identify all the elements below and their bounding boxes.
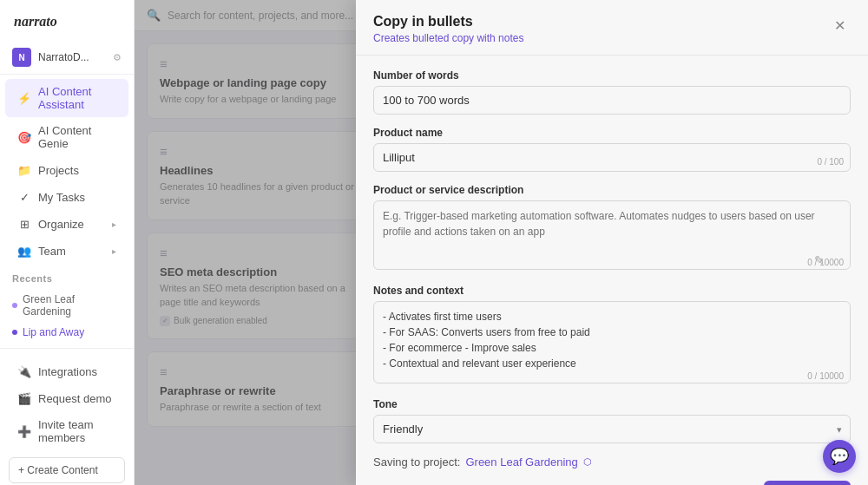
- modal-body: Number of words Product name 0 / 100 Pro…: [356, 56, 868, 485]
- product-name-char-count: 0 / 100: [817, 157, 844, 167]
- sidebar-item-ai-content-assistant[interactable]: ⚡ AI Content Assistant: [5, 79, 128, 117]
- edit-icon[interactable]: ✎: [814, 253, 825, 267]
- organize-expand-icon: ▸: [112, 220, 116, 229]
- sidebar-item-projects[interactable]: 📁 Projects: [5, 157, 128, 183]
- sidebar-item-my-tasks[interactable]: ✓ My Tasks: [5, 184, 128, 210]
- generate-button[interactable]: Generate: [764, 481, 851, 485]
- recents-label: Recents: [0, 265, 134, 287]
- create-content-button[interactable]: + Create Content: [9, 457, 125, 483]
- ai-genie-icon: 🎯: [17, 130, 31, 144]
- product-desc-char-count: 0 / 10000: [807, 258, 844, 267]
- product-name-input[interactable]: [373, 143, 851, 172]
- notes-char-count: 0 / 10000: [807, 371, 844, 381]
- sidebar-item-label: Integrations: [38, 365, 97, 378]
- sidebar-item-organize[interactable]: ⊞ Organize ▸: [5, 211, 128, 237]
- word-count-input[interactable]: [373, 86, 851, 115]
- logo: narrato: [0, 0, 134, 43]
- saving-label: Saving to project:: [373, 456, 460, 469]
- sidebar-item-label: Invite team members: [38, 418, 116, 444]
- sidebar-item-ai-content-genie[interactable]: 🎯 AI Content Genie: [5, 118, 128, 156]
- tone-select-wrapper: Friendly Professional Casual Formal: [373, 415, 851, 443]
- notes-label: Notes and context: [373, 285, 851, 297]
- sidebar-item-request-demo[interactable]: 🎬 Request demo: [5, 385, 128, 411]
- tasks-icon: ✓: [17, 190, 31, 204]
- chat-icon: 💬: [830, 447, 849, 466]
- user-name: NarratoD...: [38, 51, 106, 63]
- word-count-label: Number of words: [373, 69, 851, 82]
- main-content: 🔍 ≡ Webpage or landing page copy Write c…: [135, 0, 868, 485]
- recent-item-label: Green Leaf Gardening: [23, 293, 122, 318]
- ai-assistant-icon: ⚡: [17, 91, 31, 105]
- organize-icon: ⊞: [17, 217, 31, 231]
- sidebar-nav: ⚡ AI Content Assistant 🎯 AI Content Geni…: [0, 75, 134, 348]
- sidebar: narrato N NarratoD... ⚙ ⚡ AI Content Ass…: [0, 0, 135, 485]
- projects-icon: 📁: [17, 163, 31, 177]
- tone-group: Tone Friendly Professional Casual Formal: [373, 398, 851, 443]
- product-name-group: Product name 0 / 100: [373, 127, 851, 172]
- user-avatar: N: [12, 48, 31, 67]
- recent-item-lip-away[interactable]: Lip and Away: [0, 322, 134, 343]
- recent-item-green-leaf[interactable]: Green Leaf Gardening: [0, 289, 134, 322]
- recent-item-label: Lip and Away: [23, 326, 84, 338]
- sidebar-item-team[interactable]: 👥 Team ▸: [5, 238, 128, 264]
- sidebar-item-label: My Tasks: [38, 191, 85, 204]
- project-link[interactable]: Green Leaf Gardening: [465, 456, 577, 469]
- modal-header: Copy in bullets Creates bulleted copy wi…: [356, 0, 868, 56]
- product-desc-label: Product or service description: [373, 184, 851, 196]
- sidebar-bottom: 🔌 Integrations 🎬 Request demo ➕ Invite t…: [0, 348, 134, 485]
- product-name-label: Product name: [373, 127, 851, 139]
- modal-subtitle: Creates bulleted copy with notes: [373, 32, 523, 44]
- word-count-group: Number of words: [373, 69, 851, 115]
- notes-group: Notes and context - Activates first time…: [373, 285, 851, 386]
- sidebar-item-label: Request demo: [38, 392, 112, 405]
- recents-list: Green Leaf Gardening Lip and Away: [0, 287, 134, 344]
- product-desc-wrapper: 0 / 10000 ✎: [373, 200, 851, 272]
- sidebar-item-label: AI Content Assistant: [38, 85, 116, 111]
- chat-button[interactable]: 💬: [823, 440, 856, 473]
- product-name-input-wrapper: 0 / 100: [373, 143, 851, 172]
- tone-label: Tone: [373, 398, 851, 410]
- team-icon: 👥: [17, 244, 31, 258]
- demo-icon: 🎬: [17, 391, 31, 405]
- invite-icon: ➕: [17, 424, 31, 438]
- team-expand-icon: ▸: [112, 246, 116, 256]
- notes-wrapper: - Activates first time users - For SAAS:…: [373, 301, 851, 386]
- sidebar-item-label: Team: [38, 245, 66, 258]
- saving-row: Saving to project: Green Leaf Gardening …: [373, 456, 851, 469]
- tone-select[interactable]: Friendly Professional Casual Formal: [373, 415, 851, 443]
- integrations-icon: 🔌: [17, 364, 31, 378]
- product-desc-textarea[interactable]: [373, 200, 851, 270]
- modal-close-button[interactable]: ✕: [828, 14, 851, 36]
- modal: Copy in bullets Creates bulleted copy wi…: [356, 0, 868, 485]
- svg-text:narrato: narrato: [14, 14, 57, 29]
- user-settings-icon[interactable]: ⚙: [113, 52, 122, 63]
- sidebar-item-label: Organize: [38, 218, 84, 231]
- sidebar-item-label: AI Content Genie: [38, 124, 116, 150]
- product-desc-group: Product or service description 0 / 10000…: [373, 184, 851, 272]
- recent-dot: [12, 330, 17, 335]
- external-link-icon[interactable]: ⬡: [583, 456, 592, 468]
- recent-dot: [12, 303, 17, 308]
- modal-title: Copy in bullets: [373, 14, 523, 29]
- generate-row: Generate: [373, 481, 851, 485]
- sidebar-item-integrations[interactable]: 🔌 Integrations: [5, 358, 128, 384]
- notes-textarea[interactable]: - Activates first time users - For SAAS:…: [373, 301, 851, 383]
- sidebar-item-invite-team[interactable]: ➕ Invite team members: [5, 412, 128, 450]
- sidebar-item-label: Projects: [38, 164, 79, 177]
